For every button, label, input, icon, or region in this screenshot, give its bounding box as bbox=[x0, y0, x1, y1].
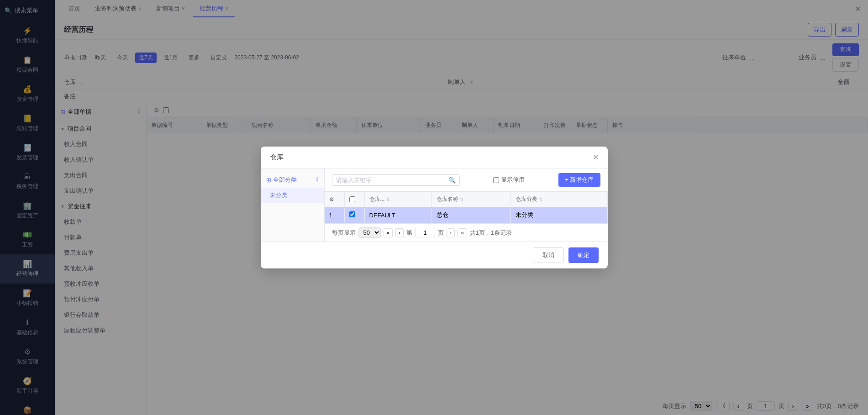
modal-page-size-label: 每页显示 bbox=[332, 229, 356, 237]
modal-page-input[interactable] bbox=[415, 228, 435, 237]
modal-first-page[interactable]: « bbox=[384, 228, 393, 237]
modal-row-code: DEFAULT bbox=[365, 208, 432, 222]
sort-icon-name: ⇅ bbox=[460, 197, 463, 202]
modal-left-panel: ⊞ 全部分类 《 未分类 bbox=[261, 168, 325, 242]
modal-overlay: 仓库 ✕ ⊞ 全部分类 《 未分类 bbox=[0, 0, 868, 415]
modal-row-index: 1 bbox=[325, 208, 345, 222]
add-warehouse-button[interactable]: + 新增仓库 bbox=[558, 173, 600, 187]
modal-category-unclassified[interactable]: 未分类 bbox=[261, 188, 324, 203]
modal-all-categories[interactable]: ⊞ 全部分类 《 bbox=[261, 172, 324, 188]
modal-row-category: 未分类 bbox=[511, 207, 607, 223]
modal-next-page[interactable]: › bbox=[447, 228, 455, 237]
settings-icon[interactable]: ⚙ bbox=[329, 196, 334, 203]
modal-title: 仓库 bbox=[270, 153, 284, 162]
modal-th-checkbox bbox=[345, 192, 365, 207]
modal-search-icon: 🔍 bbox=[448, 177, 456, 184]
modal-total-info: 共1页，1条记录 bbox=[470, 229, 512, 237]
modal-last-page[interactable]: » bbox=[458, 228, 467, 237]
modal-cancel-button[interactable]: 取消 bbox=[533, 247, 564, 263]
modal-search-box[interactable]: 🔍 bbox=[332, 174, 460, 186]
modal-right-panel: 🔍 显示停用 + 新增仓库 ⚙ bbox=[325, 168, 608, 242]
modal-actions: 取消 确定 bbox=[261, 242, 608, 268]
collapse-panel-btn[interactable]: 《 bbox=[313, 176, 319, 184]
modal-row-name: 总仓 bbox=[432, 207, 511, 223]
modal-show-disabled[interactable]: 显示停用 bbox=[493, 176, 525, 184]
modal-header: 仓库 ✕ bbox=[261, 147, 608, 168]
modal-footer-bar: 每页显示 50 « ‹ 第 页 › » 共1页，1条记录 bbox=[325, 223, 608, 242]
grid-icon2: ⊞ bbox=[266, 177, 271, 184]
modal-table-body: 1 DEFAULT 总仓 未分类 bbox=[325, 207, 608, 223]
modal-th-name: 仓库名称 ⇅ bbox=[432, 192, 511, 207]
modal-row-checkbox[interactable] bbox=[345, 208, 365, 222]
modal-close-button[interactable]: ✕ bbox=[593, 153, 599, 162]
modal-toolbar: 🔍 显示停用 + 新增仓库 bbox=[325, 168, 608, 192]
modal-th-code: 仓库... ⇅ bbox=[365, 192, 432, 207]
modal-page-unit: 页 bbox=[438, 229, 444, 237]
modal-th-category: 仓库分类 ⇅ bbox=[511, 192, 607, 207]
sort-icon-category: ⇅ bbox=[539, 197, 542, 202]
modal-pagination: 每页显示 50 « ‹ 第 页 › » 共1页，1条记录 bbox=[332, 227, 512, 238]
modal-page-word: 第 bbox=[406, 229, 412, 237]
modal-th-settings: ⚙ bbox=[325, 192, 345, 207]
modal-select-all[interactable] bbox=[349, 196, 355, 202]
modal-search-input[interactable] bbox=[336, 177, 446, 184]
modal-body: ⊞ 全部分类 《 未分类 🔍 显示停用 bbox=[261, 168, 608, 242]
modal-page-size-select[interactable]: 50 bbox=[358, 227, 381, 238]
sort-icon-code: ⇅ bbox=[386, 197, 390, 202]
warehouse-modal: 仓库 ✕ ⊞ 全部分类 《 未分类 bbox=[261, 147, 608, 268]
show-disabled-checkbox[interactable] bbox=[493, 177, 499, 183]
modal-table-header: ⚙ 仓库... ⇅ 仓库名称 ⇅ 仓库分类 ⇅ bbox=[325, 192, 608, 207]
modal-prev-page[interactable]: ‹ bbox=[395, 228, 404, 237]
modal-confirm-button[interactable]: 确定 bbox=[568, 247, 599, 263]
modal-table-row[interactable]: 1 DEFAULT 总仓 未分类 bbox=[325, 207, 608, 223]
